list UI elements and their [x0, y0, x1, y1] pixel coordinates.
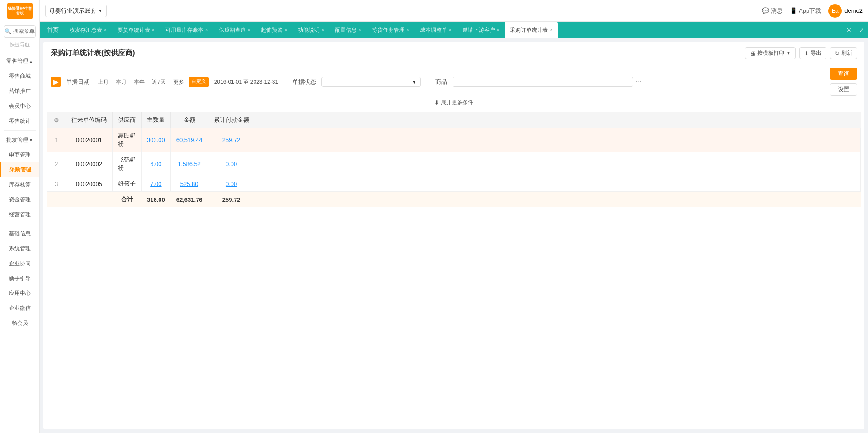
- page-header-actions: 🖨 按模板打印 ▼ ⬇ 导出 ↻ 刷新: [745, 47, 857, 59]
- row-3-qty[interactable]: 7.00: [142, 176, 171, 192]
- sidebar-item-ops-mgmt-label: 经营管理: [9, 211, 31, 218]
- topbar-actions: 💬 消息 📱 App下载 Ea demo2: [762, 4, 863, 18]
- tab-expiry-query-close[interactable]: ×: [248, 28, 250, 33]
- sidebar-item-app-center[interactable]: 应用中心: [0, 286, 39, 301]
- page: 采购订单统计表(按供应商) 🖨 按模板打印 ▼ ⬇ 导出 ↻ 刷新: [43, 42, 864, 429]
- query-button[interactable]: 查询: [830, 68, 857, 80]
- export-label: 导出: [811, 49, 821, 57]
- tab-receive-send[interactable]: 收发存汇总表 ×: [64, 22, 112, 38]
- account-name: 母婴行业演示账套: [49, 7, 96, 15]
- filter-date-7days[interactable]: 近7天: [149, 77, 169, 87]
- row-3-amount[interactable]: 525.80: [170, 176, 208, 192]
- sidebar-item-batch-mgmt[interactable]: 批发管理 ▼: [0, 133, 39, 148]
- user-area[interactable]: Ea demo2: [828, 4, 863, 18]
- sidebar-item-retail-shop[interactable]: 零售商城: [0, 69, 39, 84]
- sidebar-item-sys-mgmt[interactable]: 系统管理: [0, 241, 39, 256]
- sidebar-item-retail-mgmt[interactable]: 零售管理 ▲: [0, 54, 39, 69]
- filter-date-last-month[interactable]: 上月: [95, 77, 111, 87]
- filter-date-this-year[interactable]: 本年: [131, 77, 147, 87]
- sidebar-item-ecom-mgmt[interactable]: 电商管理: [0, 148, 39, 162]
- sidebar-item-purchase-mgmt[interactable]: 采购管理: [0, 162, 39, 177]
- tab-overstock-warn-close[interactable]: ×: [284, 28, 287, 33]
- filter-date-range: 2016-01-01 至 2023-12-31: [214, 78, 278, 86]
- sidebar-item-retail-stats[interactable]: 零售统计: [0, 114, 39, 128]
- col-qty: 主数量: [142, 112, 171, 128]
- export-button[interactable]: ⬇ 导出: [799, 47, 826, 59]
- tab-func-desc-close[interactable]: ×: [321, 28, 324, 33]
- sidebar-item-finance[interactable]: 资金管理: [0, 192, 39, 207]
- sidebar-item-sys-mgmt-label: 系统管理: [9, 245, 31, 252]
- row-2-paid[interactable]: 0.00: [208, 152, 255, 176]
- sidebar-item-inventory[interactable]: 库存核算: [0, 177, 39, 192]
- tab-receive-send-close[interactable]: ×: [104, 28, 107, 33]
- filter-status-select[interactable]: ▼: [321, 77, 421, 87]
- tab-receive-send-label: 收发存汇总表: [70, 26, 102, 34]
- tab-available-inv-close[interactable]: ×: [205, 28, 208, 33]
- sidebar-item-member-card[interactable]: 畅会员: [0, 316, 39, 331]
- filter-more-dots[interactable]: ···: [635, 78, 641, 86]
- main-area: 母婴行业演示账套 ▼ 💬 消息 📱 App下载 Ea demo2 首页: [40, 0, 868, 433]
- app-download-button[interactable]: 📱 App下载: [790, 7, 821, 15]
- account-dropdown[interactable]: 母婴行业演示账套 ▼: [45, 5, 107, 17]
- row-3-supplier: 好孩子: [113, 176, 142, 192]
- sidebar-divider-3: [4, 224, 36, 224]
- tab-expand-button[interactable]: ⤢: [857, 26, 866, 33]
- sidebar-item-marketing[interactable]: 营销推广: [0, 84, 39, 99]
- sidebar-item-corp-wechat-label: 企业微信: [9, 305, 31, 311]
- footer-amount: 62,631.76: [170, 192, 208, 208]
- app-download-label: App下载: [799, 7, 821, 15]
- print-button[interactable]: 🖨 按模板打印 ▼: [745, 47, 796, 59]
- sidebar-item-basic-info[interactable]: 基础信息: [0, 226, 39, 241]
- filter-date-this-month[interactable]: 本月: [113, 77, 129, 87]
- print-label: 按模板打印: [757, 49, 784, 57]
- tab-cost-adjust-close[interactable]: ×: [449, 28, 452, 33]
- filter-date-more[interactable]: 更多: [170, 77, 187, 87]
- tab-expiry-query[interactable]: 保质期查询 ×: [213, 22, 256, 38]
- setting-button[interactable]: 设置: [830, 83, 857, 96]
- filter-date-custom-tag[interactable]: 自定义: [189, 77, 209, 87]
- sidebar-item-new-guide[interactable]: 新手引导: [0, 271, 39, 286]
- tab-close-all-button[interactable]: ✕: [844, 26, 854, 33]
- row-1-paid[interactable]: 259.72: [208, 128, 255, 152]
- tab-purchase-order-stats[interactable]: 采购订单统计表 ×: [505, 22, 558, 38]
- table-row: 3 00020005 好孩子 7.00 525.80 0.00: [47, 176, 861, 192]
- tab-config-info[interactable]: 配置信息 ×: [330, 22, 367, 38]
- tab-goods-stats-close[interactable]: ×: [152, 28, 155, 33]
- footer-paid: 259.72: [208, 192, 255, 208]
- filter-goods-input[interactable]: [453, 77, 633, 87]
- row-1-amount[interactable]: 60,519.44: [170, 128, 208, 152]
- tab-pick-task-close[interactable]: ×: [406, 28, 409, 33]
- refresh-button[interactable]: ↻ 刷新: [830, 47, 857, 59]
- tab-purchase-order-stats-close[interactable]: ×: [550, 28, 552, 33]
- tab-home[interactable]: 首页: [42, 22, 64, 38]
- sidebar-item-corp-collab[interactable]: 企业协同: [0, 256, 39, 271]
- tab-config-info-close[interactable]: ×: [359, 28, 361, 33]
- tab-invite-downstream-close[interactable]: ×: [497, 28, 500, 33]
- chevron-down-icon: ▲: [29, 59, 33, 64]
- avatar-initials: Ea: [832, 8, 839, 14]
- tab-invite-downstream[interactable]: 邀请下游客户 ×: [457, 22, 505, 38]
- footer-empty-2: [66, 192, 113, 208]
- row-2-amount[interactable]: 1,586.52: [170, 152, 208, 176]
- expand-more-button[interactable]: ⬇ 展开更多条件: [51, 96, 857, 107]
- search-menu-button[interactable]: 🔍 搜索菜单: [4, 25, 36, 38]
- tab-func-desc[interactable]: 功能说明 ×: [292, 22, 330, 38]
- row-3-paid[interactable]: 0.00: [208, 176, 255, 192]
- expand-more-label: 展开更多条件: [441, 99, 473, 106]
- print-dropdown-icon: ▼: [786, 51, 791, 56]
- sidebar-item-member[interactable]: 会员中心: [0, 99, 39, 114]
- tab-available-inv[interactable]: 可用量库存账本 ×: [160, 22, 213, 38]
- tab-pick-task[interactable]: 拣货任务管理 ×: [367, 22, 415, 38]
- tab-goods-stats[interactable]: 要货单统计表 ×: [112, 22, 160, 38]
- message-button[interactable]: 💬 消息: [762, 7, 783, 15]
- tab-overstock-warn[interactable]: 超储预警 ×: [255, 22, 292, 38]
- filter-toggle-button[interactable]: ▶: [51, 77, 61, 87]
- row-1-qty[interactable]: 303.00: [142, 128, 171, 152]
- sidebar-item-ops-mgmt[interactable]: 经营管理: [0, 207, 39, 222]
- row-2-qty[interactable]: 6.00: [142, 152, 171, 176]
- sidebar-item-finance-label: 资金管理: [9, 196, 31, 203]
- sidebar-item-corp-wechat[interactable]: 企业微信: [0, 301, 39, 316]
- tab-cost-adjust[interactable]: 成本调整单 ×: [415, 22, 457, 38]
- footer-extra: [255, 192, 860, 208]
- column-settings-icon[interactable]: ⚙: [53, 116, 60, 124]
